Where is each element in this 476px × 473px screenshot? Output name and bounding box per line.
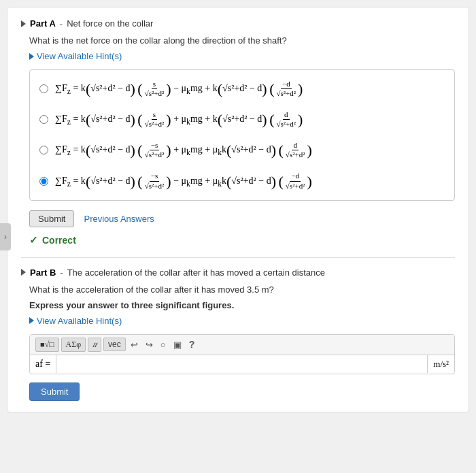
refresh-icon[interactable]: ○	[158, 338, 169, 351]
part-b-hint-toggle[interactable]: View Available Hint(s)	[29, 316, 455, 326]
prev-answers-link[interactable]: Previous Answers	[84, 214, 154, 224]
part-a-submit-row: Submit Previous Answers	[29, 210, 455, 227]
part-b-collapse-icon[interactable]	[21, 269, 26, 276]
hint-arrow-icon	[29, 53, 34, 60]
options-box: ∑Fz = k(√s²+d² − d) (s√s²+d²) − μkmg + k…	[29, 69, 455, 201]
part-b-header: Part B - The acceleration of the collar …	[21, 267, 455, 278]
formula-4: ∑Fz = k(√s²+d² − d) (−s√s²+d²) − μkmg + …	[55, 169, 312, 193]
part-a-question: What is the net force on the collar alon…	[29, 35, 455, 46]
formula-2: ∑Fz = k(√s²+d² − d) (s√s²+d²) + μkmg + k…	[55, 108, 303, 131]
option-radio-4[interactable]	[39, 177, 48, 186]
part-a-collapse-icon[interactable]	[21, 20, 26, 27]
part-b-instruction: Express your answer to three significant…	[29, 300, 455, 310]
tt-button[interactable]: 𝑡𝑡	[88, 338, 101, 352]
vec-button[interactable]: vec	[103, 338, 126, 351]
part-a-desc: Net force on the collar	[67, 18, 153, 29]
main-content: Part A - Net force on the collar What is…	[7, 7, 469, 412]
section-divider	[21, 257, 455, 258]
option-radio-1[interactable]	[39, 84, 48, 93]
option-radio-2[interactable]	[39, 115, 48, 124]
sidebar-toggle[interactable]: ›	[0, 223, 11, 250]
answer-field[interactable]	[56, 355, 427, 374]
part-a-hint-label: View Available Hint(s)	[37, 51, 122, 61]
option-row-3: ∑Fz = k(√s²+d² − d) (−s√s²+d²) + μkmg + …	[39, 138, 445, 162]
part-a-label: Part A	[30, 18, 56, 29]
asigma-button[interactable]: AΣφ	[61, 338, 86, 352]
undo-icon[interactable]: ↩	[128, 338, 141, 351]
sqrt-icon: √□	[45, 340, 54, 350]
toolbar-row: ■ √□ AΣφ 𝑡𝑡 vec ↩ ↪ ○	[30, 335, 454, 355]
part-b-section: Part B - The acceleration of the collar …	[21, 267, 455, 401]
answer-input-block: ■ √□ AΣφ 𝑡𝑡 vec ↩ ↪ ○	[29, 334, 455, 374]
option-radio-3[interactable]	[39, 146, 48, 154]
part-a-header: Part A - Net force on the collar	[21, 18, 455, 29]
part-a-hint-toggle[interactable]: View Available Hint(s)	[29, 51, 455, 61]
tt-icon: 𝑡𝑡	[92, 340, 97, 350]
answer-unit: m/s²	[427, 355, 454, 373]
option-row-1: ∑Fz = k(√s²+d² − d) (s√s²+d²) − μkmg + k…	[39, 77, 445, 101]
part-b-submit-row: Submit	[29, 382, 455, 401]
input-answer-row: af = m/s²	[30, 355, 454, 374]
correct-checkmark-icon: ✓	[29, 234, 38, 246]
input-with-toolbar: ■ √□ AΣφ 𝑡𝑡 vec ↩ ↪ ○	[29, 334, 455, 374]
part-b-submit-button[interactable]: Submit	[29, 382, 80, 401]
option-row-2: ∑Fz = k(√s²+d² − d) (s√s²+d²) + μkmg + k…	[39, 108, 445, 131]
formula-3: ∑Fz = k(√s²+d² − d) (−s√s²+d²) + μkmg + …	[55, 138, 312, 162]
part-b-hint-label: View Available Hint(s)	[37, 316, 122, 326]
correct-row: ✓ Correct	[29, 234, 455, 246]
part-a-dash: -	[60, 18, 63, 29]
option-row-4: ∑Fz = k(√s²+d² − d) (−s√s²+d²) − μkmg + …	[39, 169, 445, 193]
part-a-submit-button[interactable]: Submit	[29, 210, 74, 227]
redo-icon[interactable]: ↪	[143, 338, 156, 351]
part-b-dash: -	[60, 267, 63, 278]
help-icon[interactable]: ?	[186, 338, 198, 351]
image-icon[interactable]: ▣	[171, 338, 184, 351]
correct-text: Correct	[42, 235, 76, 246]
part-b-hint-arrow-icon	[29, 317, 34, 324]
part-b-question: What is the acceleration of the collar a…	[29, 284, 455, 295]
part-b-desc: The acceleration of the collar after it …	[67, 267, 325, 278]
part-b-label: Part B	[30, 267, 56, 278]
formula-1: ∑Fz = k(√s²+d² − d) (s√s²+d²) − μkmg + k…	[55, 77, 303, 101]
sqrt-button[interactable]: ■ √□	[35, 338, 59, 352]
answer-label: af =	[30, 355, 56, 373]
